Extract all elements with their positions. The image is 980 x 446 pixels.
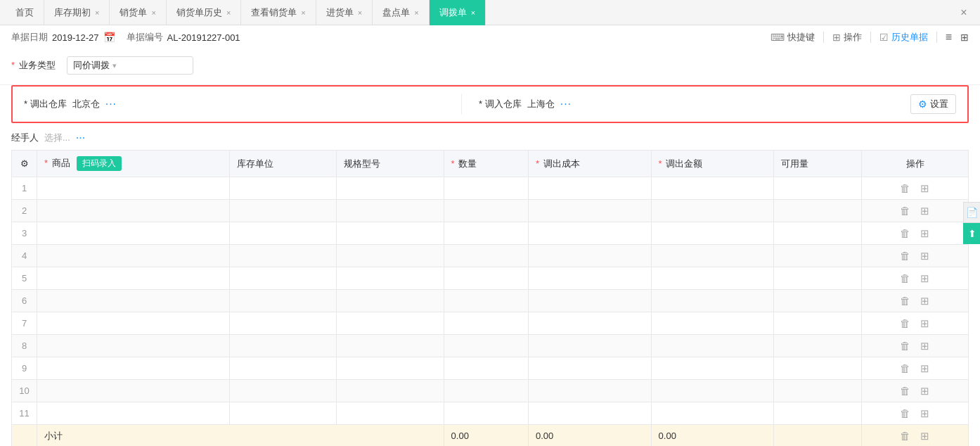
copy-icon-4[interactable]: ⊞ (918, 249, 932, 263)
cell-spec-8[interactable] (337, 335, 444, 357)
cell-product-8[interactable] (37, 335, 230, 357)
cell-unit-9[interactable] (229, 357, 336, 380)
copy-icon-3[interactable]: ⊞ (918, 227, 932, 241)
cell-qty-8[interactable] (444, 335, 528, 357)
tab-sales-order[interactable]: 销货单 × (110, 0, 166, 25)
cell-qty-11[interactable] (444, 402, 528, 425)
cell-cost-10[interactable] (528, 380, 651, 402)
delete-icon-10[interactable]: 🗑 (898, 383, 913, 397)
cell-available-3[interactable] (774, 222, 862, 245)
cell-qty-2[interactable] (444, 200, 528, 222)
cell-qty-9[interactable] (444, 357, 528, 380)
cell-available-9[interactable] (774, 357, 862, 380)
gear-settings-icon[interactable]: ⚙ (20, 158, 29, 169)
business-type-select[interactable]: 同价调拨 ▾ (67, 56, 193, 75)
cell-amount-4[interactable] (651, 245, 774, 267)
right-float-doc-button[interactable]: 📄 (963, 202, 980, 223)
cell-spec-2[interactable] (337, 200, 444, 222)
cell-qty-10[interactable] (444, 380, 528, 402)
copy-icon-1[interactable]: ⊞ (918, 181, 932, 196)
tab-inventory-init-close[interactable]: × (95, 8, 99, 17)
cell-qty-3[interactable] (444, 222, 528, 245)
right-float-expand-button[interactable]: ⬆ (963, 223, 980, 244)
settings-button[interactable]: ⚙ 设置 (910, 94, 956, 114)
cell-product-3[interactable] (37, 222, 230, 245)
cell-available-10[interactable] (774, 380, 862, 402)
cell-unit-10[interactable] (229, 380, 336, 402)
tab-sales-history-close[interactable]: × (226, 8, 231, 17)
warehouse-in-more[interactable]: ··· (560, 98, 572, 110)
cell-qty-5[interactable] (444, 267, 528, 290)
cell-unit-2[interactable] (229, 200, 336, 222)
cell-product-7[interactable] (37, 312, 230, 335)
cell-amount-1[interactable] (651, 177, 774, 200)
cell-unit-11[interactable] (229, 402, 336, 425)
cell-qty-1[interactable] (444, 177, 528, 200)
cell-product-10[interactable] (37, 380, 230, 402)
cell-available-8[interactable] (774, 335, 862, 357)
delete-icon-9[interactable]: 🗑 (898, 361, 913, 375)
cell-amount-10[interactable] (651, 380, 774, 402)
cell-qty-6[interactable] (444, 290, 528, 312)
cell-unit-5[interactable] (229, 267, 336, 290)
subtotal-delete-icon[interactable]: 🗑 (898, 428, 913, 442)
cell-spec-5[interactable] (337, 267, 444, 290)
cell-unit-4[interactable] (229, 245, 336, 267)
delete-icon-5[interactable]: 🗑 (898, 271, 913, 285)
cell-spec-11[interactable] (337, 402, 444, 425)
cell-product-2[interactable] (37, 200, 230, 222)
history-doc-button[interactable]: ☑ 历史单据 (879, 31, 928, 44)
cell-amount-11[interactable] (651, 402, 774, 425)
cell-unit-3[interactable] (229, 222, 336, 245)
scan-entry-button[interactable]: 扫码录入 (77, 156, 122, 171)
cell-amount-9[interactable] (651, 357, 774, 380)
subtotal-copy-icon[interactable]: ⊞ (918, 429, 932, 443)
tab-stocktake[interactable]: 盘点单 × (373, 0, 429, 25)
cell-unit-6[interactable] (229, 290, 336, 312)
view-toggle-list[interactable]: ≡ (946, 31, 952, 44)
quick-keys-button[interactable]: ⌨ 快捷键 (771, 31, 815, 44)
cell-available-1[interactable] (774, 177, 862, 200)
cell-product-6[interactable] (37, 290, 230, 312)
cell-available-11[interactable] (774, 402, 862, 425)
cell-cost-11[interactable] (528, 402, 651, 425)
delete-icon-8[interactable]: 🗑 (898, 338, 913, 352)
copy-icon-6[interactable]: ⊞ (918, 294, 932, 308)
cell-unit-1[interactable] (229, 177, 336, 200)
cell-cost-9[interactable] (528, 357, 651, 380)
cell-product-4[interactable] (37, 245, 230, 267)
cell-available-7[interactable] (774, 312, 862, 335)
cell-amount-7[interactable] (651, 312, 774, 335)
tab-transfer[interactable]: 调拨单 × (430, 0, 486, 25)
delete-icon-6[interactable]: 🗑 (898, 293, 913, 307)
warehouse-out-more[interactable]: ··· (105, 98, 117, 110)
delete-icon-7[interactable]: 🗑 (898, 316, 913, 330)
cell-amount-3[interactable] (651, 222, 774, 245)
cell-cost-4[interactable] (528, 245, 651, 267)
cell-spec-6[interactable] (337, 290, 444, 312)
cell-amount-6[interactable] (651, 290, 774, 312)
cell-cost-1[interactable] (528, 177, 651, 200)
cell-cost-2[interactable] (528, 200, 651, 222)
copy-icon-7[interactable]: ⊞ (918, 317, 932, 331)
cell-spec-3[interactable] (337, 222, 444, 245)
tab-home[interactable]: 首页 (6, 0, 44, 25)
cell-amount-2[interactable] (651, 200, 774, 222)
cell-available-6[interactable] (774, 290, 862, 312)
operations-button[interactable]: ⊞ 操作 (832, 31, 862, 44)
cell-spec-9[interactable] (337, 357, 444, 380)
tab-view-sales[interactable]: 查看销货单 × (241, 0, 316, 25)
tab-bar-close-button[interactable]: × (953, 0, 974, 25)
cell-qty-7[interactable] (444, 312, 528, 335)
cell-amount-8[interactable] (651, 335, 774, 357)
cell-cost-8[interactable] (528, 335, 651, 357)
copy-icon-10[interactable]: ⊞ (918, 384, 932, 398)
cell-product-9[interactable] (37, 357, 230, 380)
cell-product-11[interactable] (37, 402, 230, 425)
handler-more[interactable]: ··· (76, 132, 85, 144)
cell-amount-5[interactable] (651, 267, 774, 290)
cell-unit-7[interactable] (229, 312, 336, 335)
th-gear[interactable]: ⚙ (12, 151, 37, 177)
cell-spec-10[interactable] (337, 380, 444, 402)
cell-cost-6[interactable] (528, 290, 651, 312)
